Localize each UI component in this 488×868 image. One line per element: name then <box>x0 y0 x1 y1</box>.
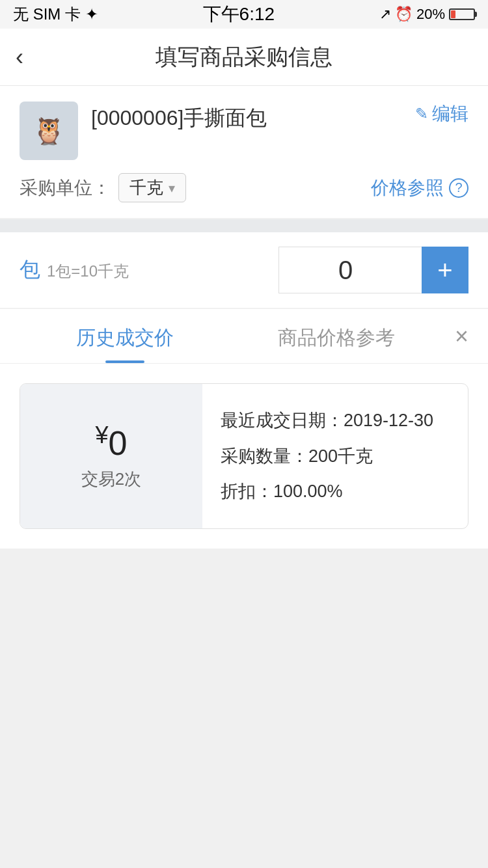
qty-label: 采购数量： <box>221 446 308 466</box>
page-title: 填写商品采购信息 <box>156 42 332 72</box>
card-date-row: 最近成交日期：2019-12-30 <box>221 407 450 434</box>
date-label: 最近成交日期： <box>221 411 344 430</box>
battery-percent: 20% <box>416 6 445 23</box>
card-price-display: ¥0 <box>96 422 128 463</box>
product-info-left: 🦉 [0000006]手撕面包 <box>20 102 267 160</box>
help-icon: ? <box>449 178 468 198</box>
page-header: ‹ 填写商品采购信息 <box>0 29 488 86</box>
divider-stripe <box>0 219 488 232</box>
purchase-unit-left: 采购单位： 千克 ▾ <box>20 173 186 202</box>
currency-symbol: ¥ <box>96 422 109 448</box>
card-right-details: 最近成交日期：2019-12-30 采购数量：200千克 折扣：100.00% <box>202 384 468 528</box>
tab-product-price-ref[interactable]: 商品价格参考 <box>230 309 441 363</box>
product-top-row: 🦉 [0000006]手撕面包 ✎ 编辑 <box>20 102 468 160</box>
signal-text: 无 SIM 卡 ✦ <box>13 4 98 25</box>
quantity-label-block: 包 1包=10千克 <box>20 256 129 284</box>
battery-fill <box>451 10 455 18</box>
quantity-input[interactable] <box>278 247 422 293</box>
product-thumbnail: 🦉 <box>20 102 78 160</box>
edit-label: 编辑 <box>432 102 468 126</box>
tab-close-button[interactable]: × <box>442 310 468 363</box>
product-section: 🦉 [0000006]手撕面包 ✎ 编辑 采购单位： 千克 ▾ 价格参照 ? <box>0 86 488 218</box>
tabs-section: 历史成交价 商品价格参考 × ¥0 交易2次 最近成交日期：2019-12-30… <box>0 309 488 549</box>
unit-label: 包 <box>20 256 40 284</box>
discount-label: 折扣： <box>221 481 273 501</box>
bottom-space <box>0 549 488 869</box>
chevron-down-icon: ▾ <box>169 180 175 196</box>
tabs-header: 历史成交价 商品价格参考 × <box>0 309 488 364</box>
discount-value: 100.00% <box>273 481 343 501</box>
purchase-unit-label: 采购单位： <box>20 176 111 200</box>
card-qty-row: 采购数量：200千克 <box>221 443 450 470</box>
date-value: 2019-12-30 <box>344 411 433 430</box>
trade-count: 交易2次 <box>81 468 141 491</box>
status-time: 下午6:12 <box>203 2 275 27</box>
price-reference-button[interactable]: 价格参照 ? <box>371 176 468 200</box>
location-icon: ↗ <box>379 6 391 23</box>
product-icon: 🦉 <box>33 116 65 146</box>
card-left-price: ¥0 交易2次 <box>20 384 202 528</box>
card-discount-row: 折扣：100.00% <box>221 478 450 505</box>
edit-icon: ✎ <box>415 105 428 123</box>
quantity-section: 包 1包=10千克 + <box>0 232 488 308</box>
edit-button[interactable]: ✎ 编辑 <box>415 102 468 126</box>
product-name: [0000006]手撕面包 <box>91 102 267 133</box>
unit-value: 千克 <box>129 176 163 199</box>
price-ref-label: 价格参照 <box>371 176 444 200</box>
alarm-icon: ⏰ <box>395 6 413 23</box>
quantity-plus-button[interactable]: + <box>422 247 468 293</box>
battery-indicator <box>449 8 475 20</box>
history-card: ¥0 交易2次 最近成交日期：2019-12-30 采购数量：200千克 折扣：… <box>20 383 468 529</box>
card-area: ¥0 交易2次 最近成交日期：2019-12-30 采购数量：200千克 折扣：… <box>0 364 488 549</box>
unit-select-dropdown[interactable]: 千克 ▾ <box>118 173 186 202</box>
qty-value: 200千克 <box>308 446 373 466</box>
status-bar: 无 SIM 卡 ✦ 下午6:12 ↗ ⏰ 20% <box>0 0 488 29</box>
status-left: 无 SIM 卡 ✦ <box>13 4 98 25</box>
quantity-input-row: + <box>278 247 468 293</box>
status-right: ↗ ⏰ 20% <box>379 6 475 23</box>
unit-detail-label: 1包=10千克 <box>47 261 129 282</box>
purchase-unit-row: 采购单位： 千克 ▾ 价格参照 ? <box>20 173 468 202</box>
tab-history-price[interactable]: 历史成交价 <box>20 309 230 363</box>
price-value: 0 <box>109 424 128 462</box>
back-button[interactable]: ‹ <box>16 44 23 71</box>
